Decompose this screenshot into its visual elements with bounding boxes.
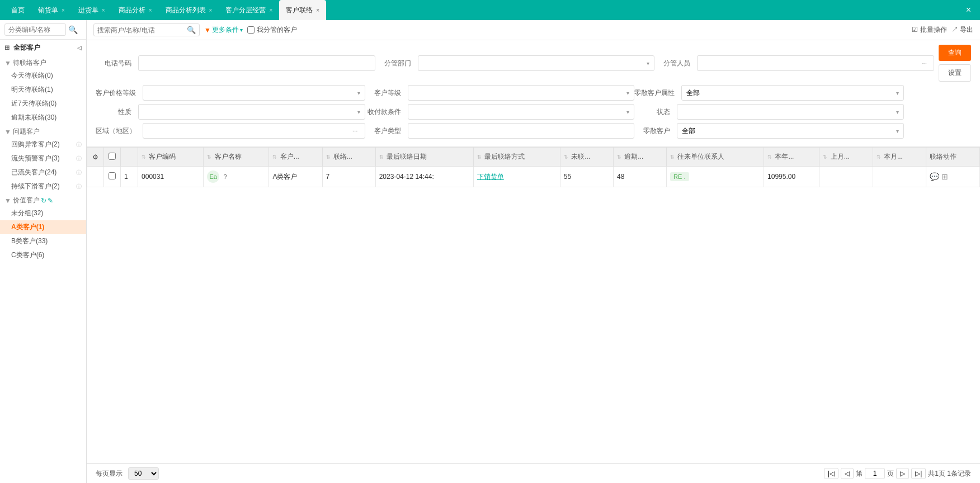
region-input[interactable]: ··· (143, 123, 365, 139)
sidebar-search-input[interactable] (4, 23, 66, 36)
payment-select[interactable]: ▾ (408, 104, 635, 120)
col-name[interactable]: ⇅ 客户名称 (204, 148, 269, 167)
col-this-month[interactable]: ⇅ 本月... (873, 148, 926, 167)
row-last-method[interactable]: 下销货单 (473, 167, 560, 187)
row-type: A类客户 (269, 167, 322, 187)
setting-button[interactable]: 设置 (939, 64, 971, 82)
tab-analysis-list[interactable]: 商品分析列表 × (159, 0, 219, 20)
sidebar-item-overdue-contact[interactable]: 逾期未联络(30) (0, 111, 86, 125)
retail-attr-chevron: ▾ (896, 90, 899, 96)
sidebar-item-tomorrow-contact[interactable]: 明天待联络(1) (0, 83, 86, 97)
col-sort-last-date: ⇅ (379, 154, 384, 160)
sidebar-item-today-contact[interactable]: 今天待联络(0) (0, 69, 86, 83)
sidebar-item-unclassified[interactable]: 未分组(32) (0, 206, 86, 220)
row-action: 💬 ⊞ (926, 167, 979, 187)
filter-manager: 分管人员 ··· (654, 55, 934, 71)
nature-select[interactable]: ▾ (138, 104, 365, 120)
filter-row-4: 区域（地区） ··· 客户类型 零散客户 全部 (96, 123, 971, 139)
col-sort-name: ⇅ (207, 154, 211, 160)
filter-search-icon[interactable]: 🔍 (187, 26, 196, 34)
sidebar-item-class-a[interactable]: A类客户(1) (0, 220, 86, 234)
pagination: |◁ ◁ 第 页 ▷ ▷| 共1页 1条记录 (824, 468, 971, 479)
more-filter-btn[interactable]: ▼ 更多条件 ▾ (204, 25, 243, 35)
pending-contact-group: ▼ 待联络客户 (0, 56, 86, 69)
close-analysis-tab[interactable]: × (149, 7, 152, 13)
tab-customer-mgmt[interactable]: 客户分层经营 × (219, 0, 279, 20)
customer-type-input[interactable] (408, 123, 635, 139)
last-page-btn[interactable]: ▷| (911, 468, 926, 479)
customer-level-select[interactable]: ▾ (408, 85, 635, 101)
close-sales-tab[interactable]: × (62, 7, 65, 13)
first-page-btn[interactable]: |◁ (824, 468, 838, 479)
col-hist-unit[interactable]: ⇅ 往来单位联系人 (667, 148, 764, 167)
col-last-method[interactable]: ⇅ 最后联络方式 (473, 148, 560, 167)
refresh-icon[interactable]: ↻ (41, 197, 46, 205)
all-customers-header[interactable]: ⊞ 全部客户 ◁ (0, 40, 86, 56)
row-hist-unit: RE . (667, 167, 764, 187)
row-last-date: 2023-04-12 14:44: (375, 167, 473, 187)
retail-customer-select[interactable]: 全部 ▾ (677, 123, 904, 139)
col-overdue[interactable]: ⇅ 逾期... (613, 148, 666, 167)
tab-sales[interactable]: 销货单 × (31, 0, 72, 20)
sidebar-item-repurchase-abnormal[interactable]: 回购异常客户(2) ⓘ (0, 138, 86, 151)
filter-search-input[interactable] (97, 26, 187, 34)
price-level-select[interactable]: ▾ (143, 85, 365, 101)
region-dots[interactable]: ··· (350, 127, 360, 135)
close-purchase-tab[interactable]: × (102, 7, 105, 13)
manager-input[interactable]: ··· (697, 55, 934, 71)
sidebar-item-churned[interactable]: 已流失客户(24) ⓘ (0, 165, 86, 179)
col-no-contact[interactable]: ⇅ 未联... (560, 148, 613, 167)
query-button[interactable]: 查询 (939, 45, 971, 61)
edit-value-icon[interactable]: ✎ (48, 197, 53, 205)
phone-label: 电话号码 (96, 59, 135, 68)
more-action-icon[interactable]: ⊞ (941, 172, 948, 181)
col-sort-no-contact: ⇅ (564, 154, 568, 160)
col-type[interactable]: ⇅ 客户... (269, 148, 322, 167)
dept-label: 分管部门 (375, 59, 414, 68)
col-last-month[interactable]: ⇅ 上月... (819, 148, 873, 167)
collapse-icon: ◁ (77, 45, 82, 51)
select-all-checkbox[interactable] (109, 153, 116, 160)
col-this-year[interactable]: ⇅ 本年... (764, 148, 819, 167)
batch-op-btn[interactable]: ☑ 批量操作 (912, 25, 946, 35)
sidebar-item-churn-warning[interactable]: 流失预警客户(3) ⓘ (0, 151, 86, 165)
col-last-date[interactable]: ⇅ 最后联络日期 (375, 148, 473, 167)
tab-analysis[interactable]: 商品分析 × (112, 0, 159, 20)
sidebar-search-icon[interactable]: 🔍 (68, 25, 78, 34)
sidebar-item-class-b[interactable]: B类客户(33) (0, 234, 86, 248)
tab-home[interactable]: 首页 (4, 0, 31, 20)
filter-phone: 电话号码 (96, 55, 375, 71)
dept-select[interactable]: ▾ (418, 55, 655, 71)
sidebar-item-class-c[interactable]: C类客户(6) (0, 248, 86, 262)
status-select[interactable]: ▾ (677, 104, 904, 120)
col-settings[interactable]: ⚙ (87, 148, 104, 167)
page-size-select[interactable]: 50 20 100 (128, 467, 159, 480)
retail-attr-label: 零散客户属性 (634, 88, 678, 98)
nature-chevron: ▾ (357, 109, 360, 115)
close-all-tabs[interactable]: × (962, 5, 976, 15)
close-customer-contact-tab[interactable]: × (316, 7, 319, 13)
col-contact[interactable]: ⇅ 联络... (322, 148, 375, 167)
close-analysis-list-tab[interactable]: × (209, 7, 213, 13)
contact-action-icon[interactable]: 💬 (930, 172, 939, 181)
close-customer-mgmt-tab[interactable]: × (269, 7, 272, 13)
tab-purchase[interactable]: 进货单 × (72, 0, 112, 20)
col-sort-this-year: ⇅ (767, 154, 772, 160)
info-icon-1: ⓘ (76, 141, 82, 149)
sidebar-item-declining[interactable]: 持续下滑客户(2) ⓘ (0, 179, 86, 193)
export-btn[interactable]: ↗ 导出 (951, 25, 973, 35)
last-method-link[interactable]: 下销货单 (477, 173, 504, 181)
page-number-input[interactable] (865, 468, 885, 479)
my-customer-checkbox[interactable] (247, 26, 255, 34)
row-no-contact: 55 (560, 167, 613, 187)
manager-dots[interactable]: ··· (919, 59, 929, 67)
phone-input[interactable] (138, 55, 375, 71)
filter-customer-type: 客户类型 (365, 123, 635, 139)
col-code[interactable]: ⇅ 客户编码 (138, 148, 204, 167)
row-checkbox[interactable] (109, 172, 116, 179)
retail-attr-select[interactable]: 全部 ▾ (681, 85, 904, 101)
next-page-btn[interactable]: ▷ (896, 468, 909, 479)
prev-page-btn[interactable]: ◁ (841, 468, 854, 479)
tab-customer-contact[interactable]: 客户联络 × (279, 0, 326, 20)
sidebar-item-7days-contact[interactable]: 近7天待联络(0) (0, 97, 86, 111)
